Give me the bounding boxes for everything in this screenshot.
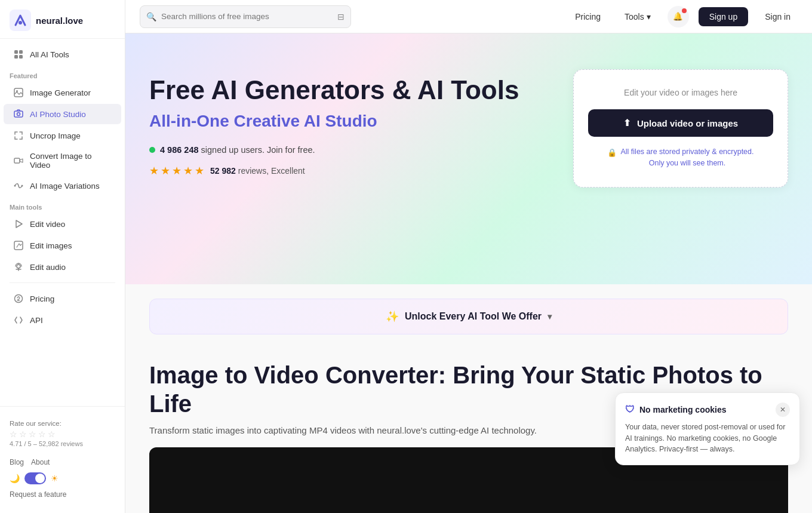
search-bar[interactable]: 🔍 ⊟ xyxy=(140,5,351,28)
sidebar-item-edit-video[interactable]: Edit video xyxy=(4,214,121,234)
ai-photo-studio-label: AI Photo Studio xyxy=(30,110,86,119)
sidebar-item-image-generator[interactable]: Image Generator xyxy=(4,82,121,103)
pricing-icon xyxy=(13,293,24,304)
hero-review-text: 52 982 reviews, Excellent xyxy=(210,166,305,176)
star-2[interactable]: ☆ xyxy=(19,429,27,439)
search-input[interactable] xyxy=(161,12,333,21)
signin-button[interactable]: Sign in xyxy=(758,7,798,26)
svg-rect-10 xyxy=(14,158,20,163)
sidebar-bottom: Rate our service: ☆ ☆ ☆ ☆ ☆ 4.71 / 5 – 5… xyxy=(0,406,125,503)
request-feature-link[interactable]: Request a feature xyxy=(0,488,125,503)
grid-icon xyxy=(13,49,24,60)
signup-button[interactable]: Sign up xyxy=(699,7,748,26)
green-dot xyxy=(149,147,155,153)
api-label: API xyxy=(30,316,43,325)
hero-section: Free AI Generators & AI Tools All-in-One… xyxy=(125,33,812,284)
brand-name: neural.love xyxy=(36,16,83,26)
cookie-header: 🛡 No marketing cookies ✕ xyxy=(625,403,790,417)
sidebar-item-edit-images[interactable]: Edit images xyxy=(4,235,121,256)
sidebar: neural.love All AI Tools Featured Image … xyxy=(0,0,125,513)
hero-title: Free AI Generators & AI Tools xyxy=(149,75,549,106)
svg-point-1 xyxy=(19,21,22,24)
hero-text: Free AI Generators & AI Tools All-in-One… xyxy=(149,69,549,177)
sidebar-item-image-variations[interactable]: AI Image Variations xyxy=(4,176,121,196)
image-generator-label: Image Generator xyxy=(30,88,91,97)
edit-images-icon xyxy=(13,240,24,251)
star-4[interactable]: ☆ xyxy=(38,429,46,439)
sidebar-item-all-tools[interactable]: All AI Tools xyxy=(4,44,121,64)
hero-reviews: ★ ★ ★ ★ ★ 52 982 reviews, Excellent xyxy=(149,164,549,177)
sidebar-item-api[interactable]: API xyxy=(4,310,121,330)
notification-button[interactable]: 🔔 xyxy=(668,6,689,27)
pricing-label: Pricing xyxy=(30,294,54,303)
cookie-title: 🛡 No marketing cookies xyxy=(625,404,727,415)
svg-point-7 xyxy=(16,90,18,92)
sidebar-divider xyxy=(10,282,115,283)
edit-audio-label: Edit audio xyxy=(30,263,66,272)
star-5[interactable]: ☆ xyxy=(48,429,56,439)
blog-link[interactable]: Blog xyxy=(10,458,24,466)
shield-icon: 🛡 xyxy=(625,404,635,415)
svg-rect-8 xyxy=(14,111,23,117)
all-tools-label: All AI Tools xyxy=(30,50,69,59)
notification-dot xyxy=(682,8,687,13)
photo-studio-icon xyxy=(13,109,24,119)
header-tools[interactable]: Tools ▾ xyxy=(617,8,658,25)
header-pricing[interactable]: Pricing xyxy=(568,8,608,25)
cookie-close-button[interactable]: ✕ xyxy=(776,403,790,417)
about-link[interactable]: About xyxy=(31,458,50,466)
star-1[interactable]: ☆ xyxy=(10,429,17,439)
hero-stat-label: signed up users. Join for free. xyxy=(201,145,315,155)
bell-icon: 🔔 xyxy=(673,12,683,21)
hero-star-3: ★ xyxy=(172,164,182,177)
sidebar-item-pricing[interactable]: Pricing xyxy=(4,288,121,309)
theme-toggle[interactable] xyxy=(24,472,46,484)
upload-privacy: 🔒 All files are stored privately & encry… xyxy=(607,146,753,169)
edit-images-label: Edit images xyxy=(30,241,72,250)
upload-label: Upload video or images xyxy=(637,118,738,128)
svg-rect-0 xyxy=(10,10,31,31)
hero-star-5: ★ xyxy=(195,164,204,177)
sidebar-item-convert-video[interactable]: Convert Image to Video xyxy=(4,147,121,174)
sun-icon: ☀ xyxy=(51,474,59,483)
svg-marker-13 xyxy=(16,220,22,228)
search-icon: 🔍 xyxy=(146,12,156,21)
upload-button[interactable]: ⬆ Upload video or images xyxy=(588,109,773,137)
svg-rect-5 xyxy=(19,55,23,59)
upload-icon: ⬆ xyxy=(623,118,631,128)
svg-rect-14 xyxy=(14,241,23,250)
sidebar-item-uncrop[interactable]: Uncrop Image xyxy=(4,125,121,146)
lock-icon: 🔒 xyxy=(607,147,617,159)
svg-point-9 xyxy=(17,113,20,116)
image-generator-icon xyxy=(13,87,24,98)
audio-icon xyxy=(13,262,24,272)
tools-label: Tools xyxy=(625,12,644,21)
cookie-title-text: No marketing cookies xyxy=(639,405,727,414)
featured-section-label: Featured xyxy=(0,65,125,82)
filter-icon[interactable]: ⊟ xyxy=(337,12,345,21)
rate-stars[interactable]: ☆ ☆ ☆ ☆ ☆ xyxy=(10,429,115,439)
hero-stat-text: 4 986 248 signed up users. Join for free… xyxy=(160,145,315,155)
star-3[interactable]: ☆ xyxy=(29,429,36,439)
upload-card: Edit your video or images here ⬆ Upload … xyxy=(573,69,788,188)
svg-point-12 xyxy=(21,185,23,187)
rate-section: Rate our service: ☆ ☆ ☆ ☆ ☆ 4.71 / 5 – 5… xyxy=(0,414,125,453)
rate-label: Rate our service: xyxy=(10,420,115,427)
svg-point-11 xyxy=(14,185,16,187)
upload-privacy-text: All files are stored privately & encrypt… xyxy=(620,146,753,169)
hero-stat: 4 986 248 signed up users. Join for free… xyxy=(149,145,549,155)
cookie-notice: 🛡 No marketing cookies ✕ Your data, neve… xyxy=(615,392,800,465)
sidebar-item-ai-photo-studio[interactable]: AI Photo Studio xyxy=(4,104,121,124)
convert-video-label: Convert Image to Video xyxy=(30,152,112,170)
sidebar-item-edit-audio[interactable]: Edit audio xyxy=(4,257,121,277)
unlock-banner[interactable]: ✨ Unlock Every AI Tool We Offer ▾ xyxy=(149,299,788,334)
main-tools-section-label: Main tools xyxy=(0,196,125,213)
hero-review-count: 52 982 xyxy=(210,166,236,176)
theme-toggle-row: 🌙 ☀ xyxy=(0,469,125,488)
toggle-thumb xyxy=(35,474,45,483)
hero-subtitle: All-in-One Creative AI Studio xyxy=(149,112,549,131)
sidebar-logo[interactable]: neural.love xyxy=(0,0,125,39)
svg-rect-6 xyxy=(14,88,23,97)
uncrop-label: Uncrop Image xyxy=(30,131,81,140)
moon-icon: 🌙 xyxy=(10,474,20,483)
